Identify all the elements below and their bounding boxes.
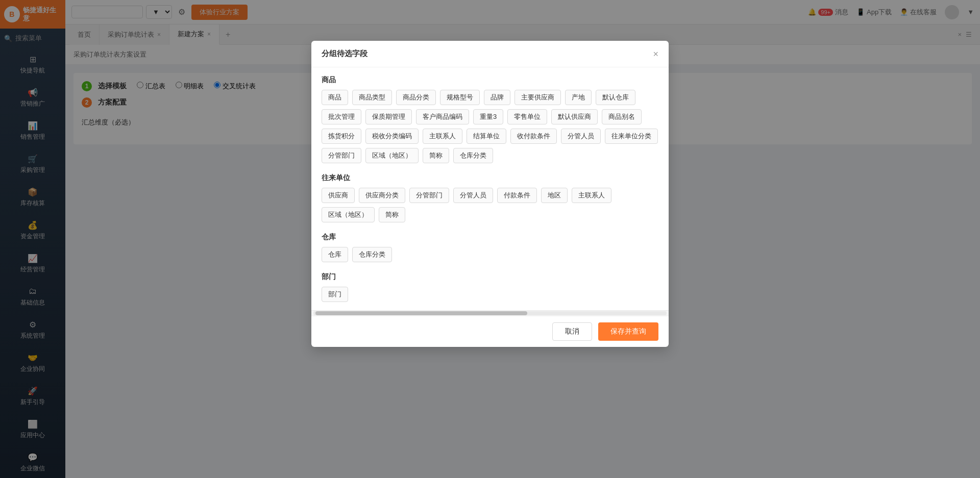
field-tag[interactable]: 收付款条件 bbox=[510, 129, 557, 144]
field-tag[interactable]: 主联系人 bbox=[572, 188, 611, 203]
save-query-button[interactable]: 保存并查询 bbox=[598, 322, 658, 341]
modal-footer: 取消 保存并查询 bbox=[311, 316, 669, 347]
field-tag[interactable]: 主要供应商 bbox=[514, 90, 561, 105]
field-tag[interactable]: 默认供应商 bbox=[551, 109, 598, 124]
field-tag[interactable]: 默认仓库 bbox=[596, 90, 635, 105]
field-tag[interactable]: 分管人员 bbox=[453, 188, 493, 203]
field-tag[interactable]: 商品类型 bbox=[352, 90, 392, 105]
modal-footer-actions: 取消 保存并查询 bbox=[552, 322, 658, 341]
section-partner-tags: 供应商 供应商分类 分管部门 分管人员 付款条件 地区 主联系人 区域（地区） … bbox=[322, 188, 658, 222]
field-tag[interactable]: 重量3 bbox=[473, 109, 503, 124]
field-tag[interactable]: 地区 bbox=[541, 188, 568, 203]
modal-header: 分组待选字段 × bbox=[311, 41, 669, 67]
modal-hscrollbar[interactable] bbox=[311, 310, 669, 316]
section-partner: 往来单位 供应商 供应商分类 分管部门 分管人员 付款条件 地区 主联系人 区域… bbox=[322, 173, 658, 222]
field-tag[interactable]: 区域（地区） bbox=[322, 207, 375, 222]
section-product-title: 商品 bbox=[322, 76, 658, 85]
field-tag[interactable]: 区域（地区） bbox=[365, 148, 419, 163]
modal-dialog: 分组待选字段 × 商品 商品 商品类型 商品分类 规格型号 品牌 主要供应商 产… bbox=[311, 41, 669, 347]
field-tag[interactable]: 付款条件 bbox=[497, 188, 537, 203]
field-tag[interactable]: 简称 bbox=[423, 148, 449, 163]
section-department-tags: 部门 bbox=[322, 287, 658, 302]
field-tag[interactable]: 产地 bbox=[565, 90, 592, 105]
section-warehouse-tags: 仓库 仓库分类 bbox=[322, 247, 658, 262]
section-warehouse-title: 仓库 bbox=[322, 233, 658, 242]
section-product-tags: 商品 商品类型 商品分类 规格型号 品牌 主要供应商 产地 默认仓库 批次管理 … bbox=[322, 90, 658, 163]
cancel-button[interactable]: 取消 bbox=[552, 322, 592, 341]
section-partner-title: 往来单位 bbox=[322, 173, 658, 183]
field-tag[interactable]: 仓库分类 bbox=[453, 148, 493, 163]
field-tag[interactable]: 商品分类 bbox=[396, 90, 436, 105]
section-product: 商品 商品 商品类型 商品分类 规格型号 品牌 主要供应商 产地 默认仓库 批次… bbox=[322, 76, 658, 163]
field-tag[interactable]: 部门 bbox=[322, 287, 348, 302]
modal-overlay: 分组待选字段 × 商品 商品 商品类型 商品分类 规格型号 品牌 主要供应商 产… bbox=[0, 0, 980, 478]
field-tag[interactable]: 分管部门 bbox=[322, 148, 361, 163]
field-tag[interactable]: 税收分类编码 bbox=[365, 129, 419, 144]
field-tag[interactable]: 零售单位 bbox=[507, 109, 547, 124]
field-tag[interactable]: 拣货积分 bbox=[322, 129, 361, 144]
field-tag[interactable]: 简称 bbox=[379, 207, 405, 222]
hscrollbar-thumb bbox=[315, 311, 527, 315]
hscrollbar-track bbox=[313, 311, 667, 315]
modal-close-btn[interactable]: × bbox=[653, 49, 658, 59]
field-tag[interactable]: 保质期管理 bbox=[365, 109, 412, 124]
section-warehouse: 仓库 仓库 仓库分类 bbox=[322, 233, 658, 262]
section-department: 部门 部门 bbox=[322, 272, 658, 302]
modal-body[interactable]: 商品 商品 商品类型 商品分类 规格型号 品牌 主要供应商 产地 默认仓库 批次… bbox=[311, 67, 669, 310]
field-tag[interactable]: 规格型号 bbox=[440, 90, 480, 105]
field-tag[interactable]: 商品 bbox=[322, 90, 348, 105]
field-tag[interactable]: 仓库 bbox=[322, 247, 348, 262]
field-tag[interactable]: 供应商 bbox=[322, 188, 355, 203]
field-tag[interactable]: 供应商分类 bbox=[359, 188, 405, 203]
modal-title: 分组待选字段 bbox=[322, 49, 368, 59]
field-tag[interactable]: 结算单位 bbox=[467, 129, 506, 144]
field-tag[interactable]: 批次管理 bbox=[322, 109, 361, 124]
field-tag[interactable]: 分管人员 bbox=[561, 129, 601, 144]
field-tag[interactable]: 往来单位分类 bbox=[605, 129, 658, 144]
field-tag[interactable]: 仓库分类 bbox=[352, 247, 392, 262]
field-tag[interactable]: 客户商品编码 bbox=[416, 109, 469, 124]
field-tag[interactable]: 主联系人 bbox=[423, 129, 462, 144]
section-department-title: 部门 bbox=[322, 272, 658, 282]
field-tag[interactable]: 品牌 bbox=[484, 90, 510, 105]
field-tag[interactable]: 商品别名 bbox=[602, 109, 642, 124]
field-tag[interactable]: 分管部门 bbox=[409, 188, 449, 203]
